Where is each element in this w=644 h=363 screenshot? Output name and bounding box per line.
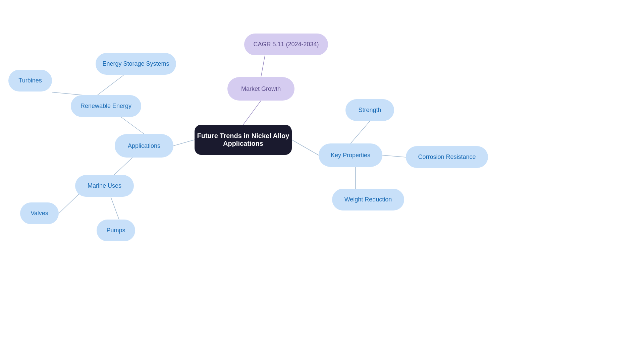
- cagr-label: CAGR 5.11 (2024-2034): [253, 41, 319, 48]
- svg-line-10: [351, 121, 370, 143]
- svg-line-9: [292, 140, 319, 155]
- svg-line-4: [114, 158, 132, 175]
- renewable-energy-node[interactable]: Renewable Energy: [71, 95, 141, 117]
- center-label: Future Trends in Nickel Alloy Applicatio…: [197, 132, 289, 147]
- marine-uses-node[interactable]: Marine Uses: [75, 175, 134, 197]
- svg-line-3: [52, 92, 84, 95]
- energy-storage-node[interactable]: Energy Storage Systems: [96, 53, 176, 75]
- valves-node[interactable]: Valves: [20, 202, 59, 224]
- valves-label: Valves: [31, 210, 48, 217]
- pumps-node[interactable]: Pumps: [97, 220, 135, 241]
- svg-line-2: [97, 75, 124, 95]
- svg-line-6: [111, 197, 119, 220]
- center-node[interactable]: Future Trends in Nickel Alloy Applicatio…: [195, 125, 292, 155]
- marine-label: Marine Uses: [88, 182, 121, 189]
- turbines-label: Turbines: [18, 77, 42, 84]
- energy-storage-label: Energy Storage Systems: [102, 60, 169, 67]
- svg-line-0: [173, 140, 195, 146]
- strength-node[interactable]: Strength: [345, 99, 394, 121]
- cagr-node[interactable]: CAGR 5.11 (2024-2034): [244, 34, 328, 55]
- corrosion-label: Corrosion Resistance: [418, 154, 476, 161]
- svg-line-8: [261, 55, 265, 77]
- corrosion-resistance-node[interactable]: Corrosion Resistance: [406, 146, 488, 168]
- weight-reduction-label: Weight Reduction: [344, 196, 392, 203]
- renewable-label: Renewable Energy: [80, 103, 131, 110]
- turbines-node[interactable]: Turbines: [8, 70, 52, 92]
- key-properties-node[interactable]: Key Properties: [319, 143, 382, 167]
- market-growth-label: Market Growth: [241, 85, 281, 93]
- key-properties-label: Key Properties: [331, 152, 370, 159]
- svg-line-7: [243, 101, 261, 125]
- pumps-label: Pumps: [106, 227, 125, 234]
- market-growth-node[interactable]: Market Growth: [227, 77, 294, 101]
- applications-node[interactable]: Applications: [115, 134, 173, 158]
- weight-reduction-node[interactable]: Weight Reduction: [332, 189, 404, 210]
- strength-label: Strength: [358, 107, 381, 114]
- applications-label: Applications: [128, 142, 160, 149]
- svg-line-11: [382, 155, 406, 157]
